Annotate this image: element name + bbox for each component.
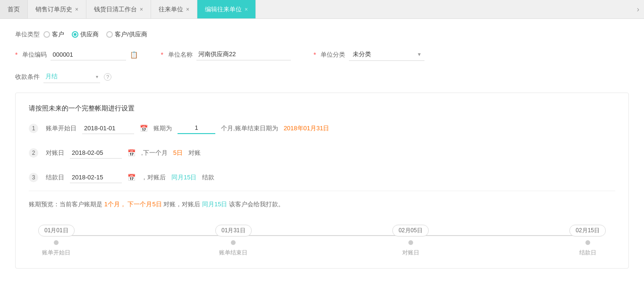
close-icon-edit-partner[interactable]: ×: [245, 6, 248, 13]
timeline-label-2: 01月31日: [215, 225, 252, 236]
preview-section: 账期预览：当前客户账期是 1个月， 下一个月5日 对账，对账后 同月15日 该客…: [29, 199, 615, 210]
close-icon-cash-work[interactable]: ×: [140, 6, 143, 13]
field-group-code: * 单位编码 📋: [15, 49, 138, 60]
unit-code-input[interactable]: [51, 49, 126, 60]
chevron-down-icon-classify: ▾: [418, 51, 421, 58]
timeline-dot-2: [231, 240, 236, 245]
close-icon-partner[interactable]: ×: [186, 6, 189, 13]
row-num-3: 3: [29, 173, 38, 182]
close-icon-sales-order[interactable]: ×: [75, 6, 78, 13]
reconcile-suffix-highlight: 5日: [173, 149, 183, 157]
tab-cash-work[interactable]: 钱货日清工作台 ×: [86, 0, 151, 18]
unit-classify-label: 单位分类: [321, 51, 345, 59]
radio-group-unit-type: 客户 供应商 客户/供应商: [43, 30, 147, 39]
preview-prefix: 账期预览：当前客户账期是: [29, 201, 102, 208]
timeline-points: 01月01日 账单开始日 01月31日 账单结束日 02月05日 对账日: [38, 225, 606, 257]
tab-sales-order[interactable]: 销售订单历史 ×: [28, 0, 86, 18]
calendar-icon-payment[interactable]: 📅: [127, 174, 136, 181]
radio-circle-customer: [43, 31, 50, 38]
period-input[interactable]: [178, 122, 215, 134]
radio-label-both: 客户/供应商: [115, 30, 147, 39]
preview-part1: 1个月，: [104, 201, 126, 208]
field-group-classify: * 单位分类 未分类 ▾: [314, 48, 424, 61]
tab-label-partner: 往来单位: [159, 5, 183, 14]
radio-label-customer: 客户: [52, 30, 64, 39]
payment-condition-row: 收款条件 月结 ▾ ?: [15, 70, 629, 83]
setting-row-3: 3 结款日 📅 ，对账后 同月15日 结款: [29, 172, 615, 183]
setting-row-2: 2 对账日 📅 ,下一个月 5日 对账: [29, 147, 615, 159]
payment-condition-select[interactable]: 月结 ▾: [43, 70, 100, 83]
end-date-highlight: 2018年01月31日: [284, 124, 330, 133]
preview-part3: 同月15日: [202, 201, 227, 208]
tab-label-edit-partner: 编辑往来单位: [205, 5, 242, 14]
calendar-icon-reconcile[interactable]: 📅: [127, 149, 136, 157]
tab-home[interactable]: 首页: [0, 0, 28, 18]
timeline-label-4: 02月15日: [569, 225, 606, 236]
calendar-icon-start[interactable]: 📅: [140, 125, 148, 132]
preview-part2: 下一个月5日: [127, 201, 161, 208]
radio-supplier[interactable]: 供应商: [72, 30, 99, 39]
radio-circle-supplier: [72, 31, 78, 38]
period-suffix: 个月,账单结束日期为: [221, 124, 278, 133]
payment-date-input[interactable]: [70, 172, 122, 183]
preview-mid: 对账，对账后: [163, 201, 200, 208]
timeline-point-4: 02月15日 结款日: [569, 225, 606, 257]
tab-label-cash-work: 钱货日清工作台: [94, 5, 137, 14]
timeline-desc-2: 账单结束日: [219, 249, 247, 257]
timeline-dot-3: [408, 240, 413, 245]
unit-name-input[interactable]: [196, 49, 291, 60]
tab-expander[interactable]: ›: [632, 0, 644, 18]
payment-suffix-highlight: 同月15日: [171, 173, 196, 182]
field-group-name: * 单位名称: [161, 49, 290, 60]
preview-suffix: 该客户会给我打款。: [229, 201, 284, 208]
radio-label-supplier: 供应商: [80, 30, 99, 39]
tab-bar: 首页 销售订单历史 × 钱货日清工作台 × 往来单位 × 编辑往来单位 × ›: [0, 0, 644, 19]
radio-customer[interactable]: 客户: [43, 30, 64, 39]
start-date-input[interactable]: [82, 123, 134, 134]
classify-select-dropdown[interactable]: 未分类 ▾: [349, 48, 424, 61]
radio-both[interactable]: 客户/供应商: [106, 30, 147, 39]
payment-condition-label: 收款条件: [15, 73, 40, 81]
setting-row-1: 1 账单开始日 📅 账期为 个月,账单结束日期为 2018年01月31日: [29, 122, 615, 134]
unit-type-label: 单位类型: [15, 30, 40, 39]
row-label-3: 结款日: [46, 173, 64, 182]
unit-name-label: 单位名称: [168, 51, 193, 59]
calendar-icon-code[interactable]: 📋: [130, 51, 138, 59]
unit-type-row: 单位类型 客户 供应商 客户/供应商: [15, 30, 629, 39]
timeline-label-3: 02月05日: [392, 225, 429, 236]
payment-condition-value: 月结: [45, 72, 94, 81]
timeline-dot-1: [54, 240, 59, 245]
timeline-wrapper: 01月01日 账单开始日 01月31日 账单结束日 02月05日 对账日: [29, 225, 615, 257]
main-content: 单位类型 客户 供应商 客户/供应商 * 单位编码 📋 * 单位名称: [0, 19, 644, 287]
period-label: 账期为: [153, 124, 172, 133]
timeline-label-1: 01月01日: [38, 225, 75, 236]
tab-edit-partner[interactable]: 编辑往来单位 ×: [197, 0, 256, 18]
help-icon[interactable]: ?: [104, 73, 111, 81]
reconcile-suffix-post: 对账: [188, 149, 201, 157]
timeline-desc-1: 账单开始日: [42, 249, 70, 257]
unit-code-label: 单位编码: [22, 51, 47, 59]
divider: [29, 191, 615, 191]
timeline-point-1: 01月01日 账单开始日: [38, 225, 75, 257]
timeline-dot-4: [585, 240, 590, 245]
row-label-1: 账单开始日: [46, 124, 76, 133]
timeline-desc-4: 结款日: [579, 249, 596, 257]
classify-select-value: 未分类: [353, 50, 414, 59]
settings-title: 请按照未来的一个完整帐期进行设置: [29, 104, 615, 113]
row-label-2: 对账日: [46, 149, 64, 157]
settings-box: 请按照未来的一个完整帐期进行设置 1 账单开始日 📅 账期为 个月,账单结束日期…: [15, 93, 629, 269]
required-star-code: *: [15, 51, 17, 59]
timeline-desc-3: 对账日: [402, 249, 419, 257]
reconcile-suffix-pre: ,下一个月: [141, 149, 168, 157]
timeline-point-3: 02月05日 对账日: [392, 225, 429, 257]
payment-suffix-post: 结款: [202, 173, 214, 182]
radio-circle-both: [106, 31, 113, 38]
tab-partner[interactable]: 往来单位 ×: [151, 0, 197, 18]
tab-label-sales-order: 销售订单历史: [35, 5, 72, 14]
payment-suffix-pre: ，对账后: [141, 173, 166, 182]
row-num-2: 2: [29, 148, 38, 158]
chevron-down-icon-payment: ▾: [96, 74, 98, 79]
required-star-classify: *: [314, 51, 316, 59]
required-star-name: *: [161, 51, 163, 59]
reconcile-date-input[interactable]: [70, 147, 122, 159]
